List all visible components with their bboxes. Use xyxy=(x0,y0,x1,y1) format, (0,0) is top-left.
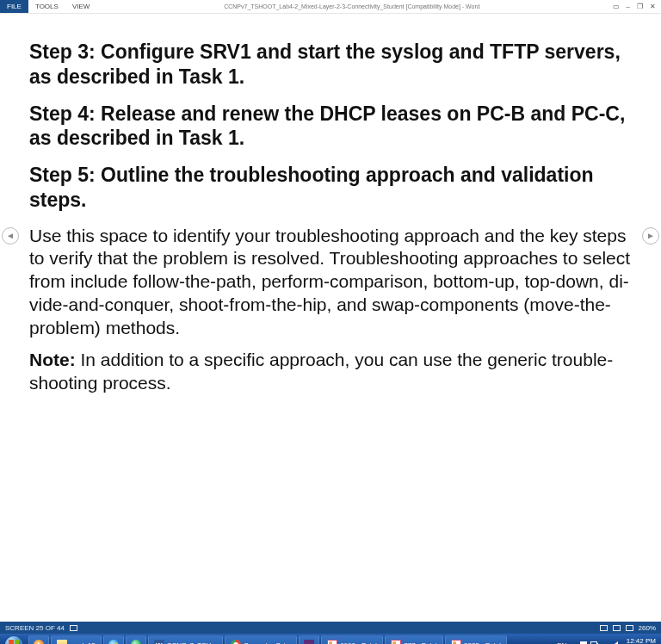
view-web-icon[interactable] xyxy=(626,625,633,631)
word-status-bar: SCREEN 25 OF 44 260% xyxy=(0,622,661,634)
next-screen-button[interactable]: ► xyxy=(642,227,659,245)
paint-icon xyxy=(327,640,337,644)
heading-step4: Step 4: Release and renew the DHCP lease… xyxy=(29,102,632,152)
menu-tools[interactable]: TOOLS xyxy=(28,0,65,13)
taskbar-media-player[interactable] xyxy=(28,635,49,644)
taskbar-chrome[interactable]: Computer Sci... xyxy=(225,635,297,644)
taskbar-paint-8888[interactable]: 8888 - Paint xyxy=(445,635,507,644)
windows-logo-icon xyxy=(5,636,22,644)
ie-icon xyxy=(108,640,119,644)
view-print-icon[interactable] xyxy=(613,625,621,631)
zoom-level[interactable]: 260% xyxy=(639,624,656,632)
taskbar-label: 777 - Paint xyxy=(404,641,437,645)
close-icon[interactable]: ✕ xyxy=(650,3,656,10)
taskbar-paint-6666[interactable]: 6666 - Paint xyxy=(321,635,383,644)
note-text: In addition to a specific approach, you … xyxy=(29,350,613,393)
word-icon: W xyxy=(154,640,164,644)
menu-file[interactable]: FILE xyxy=(0,0,28,13)
system-tray: EN 12:42 PM 4/27/2019 xyxy=(550,634,661,644)
paint-icon xyxy=(451,640,461,644)
taskbar-label: 6666 - Paint xyxy=(340,641,377,645)
taskbar-label: CCNPv7_TSH... xyxy=(167,641,217,645)
restore-icon[interactable]: ❐ xyxy=(637,3,643,10)
prev-screen-button[interactable]: ◄ xyxy=(2,227,19,245)
menu-view[interactable]: VIEW xyxy=(65,0,96,13)
globe-icon xyxy=(131,640,141,644)
taskbar-clock[interactable]: 12:42 PM 4/27/2019 xyxy=(621,638,656,644)
heading-step5: Step 5: Outline the troubleshooting appr… xyxy=(29,163,632,213)
chrome-icon xyxy=(231,640,241,644)
screen-indicator[interactable]: SCREEN 25 OF 44 xyxy=(5,624,65,632)
window-title: CCNPv7_TSHOOT_Lab4-2_Mixed-Layer-2-3-Con… xyxy=(96,0,607,13)
paragraph-approach: Use this space to identify your troubles… xyxy=(29,225,632,340)
word-menubar: FILE TOOLS VIEW CCNPv7_TSHOOT_Lab4-2_Mix… xyxy=(0,0,661,14)
taskbar-app-globe[interactable] xyxy=(126,635,146,644)
status-icon[interactable] xyxy=(70,625,77,631)
snip-icon xyxy=(304,640,314,644)
taskbar-label: 8888 - Paint xyxy=(464,641,501,645)
taskbar-word-doc[interactable]: W CCNPv7_TSH... xyxy=(148,635,223,644)
minimize-icon[interactable]: – xyxy=(627,3,630,10)
taskbar-paint-777[interactable]: 777 - Paint xyxy=(385,635,443,644)
taskbar-label: Computer Sci... xyxy=(244,641,291,645)
taskbar-internet-explorer[interactable] xyxy=(103,635,124,644)
taskbar-explorer-week13[interactable]: week 13 xyxy=(51,635,102,644)
language-indicator[interactable]: EN xyxy=(557,641,566,645)
clock-time: 12:42 PM xyxy=(625,638,656,644)
folder-icon xyxy=(57,640,67,644)
view-read-icon[interactable] xyxy=(600,625,608,631)
ribbon-options-icon[interactable]: ▭ xyxy=(613,3,620,10)
paragraph-note: Note: In addition to a specific approach… xyxy=(29,349,632,395)
document-content: Step 3: Configure SRV1 and start the sys… xyxy=(29,40,632,404)
heading-step3: Step 3: Configure SRV1 and start the sys… xyxy=(29,40,632,90)
start-button[interactable] xyxy=(0,634,28,644)
window-controls: ▭ – ❐ ✕ xyxy=(608,0,661,13)
chevron-left-icon: ◄ xyxy=(6,232,15,240)
taskbar-label: week 13 xyxy=(70,641,96,645)
reading-view: ◄ ► Step 3: Configure SRV1 and start the… xyxy=(0,14,661,622)
windows-taskbar: week 13 W CCNPv7_TSH... Computer Sci... … xyxy=(0,634,661,644)
media-player-icon xyxy=(34,640,44,644)
note-label: Note: xyxy=(29,350,76,369)
chevron-right-icon: ► xyxy=(646,232,655,240)
taskbar-snipping-tool[interactable] xyxy=(299,635,319,644)
paint-icon xyxy=(391,640,401,644)
